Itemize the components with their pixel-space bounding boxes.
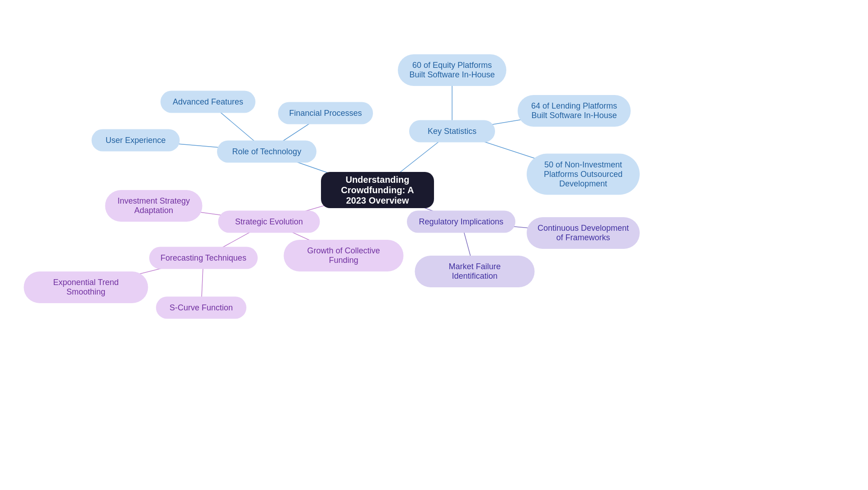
regulatory-implications-node[interactable]: Regulatory Implications [407,211,515,233]
center-node[interactable]: Understanding Crowdfunding: A 2023 Overv… [321,172,434,208]
continuous-development-node[interactable]: Continuous Development of Frameworks [527,217,640,249]
exponential-trend-node[interactable]: Exponential Trend Smoothing [24,271,148,303]
non-investment-platforms-node[interactable]: 50 of Non-Investment Platforms Outsource… [527,154,640,195]
key-statistics-node[interactable]: Key Statistics [409,120,495,143]
strategic-evolution-node[interactable]: Strategic Evolution [218,211,320,233]
equity-platforms-node[interactable]: 60 of Equity Platforms Built Software In… [398,54,506,86]
investment-strategy-node[interactable]: Investment Strategy Adaptation [105,190,203,222]
s-curve-node[interactable]: S-Curve Function [156,297,246,319]
financial-processes-node[interactable]: Financial Processes [278,102,373,124]
forecasting-techniques-node[interactable]: Forecasting Techniques [149,247,258,269]
advanced-features-node[interactable]: Advanced Features [160,91,255,113]
mind-map: Understanding Crowdfunding: A 2023 Overv… [0,0,868,490]
growth-collective-funding-node[interactable]: Growth of Collective Funding [284,240,404,271]
lending-platforms-node[interactable]: 64 of Lending Platforms Built Software I… [518,95,631,127]
market-failure-node[interactable]: Market Failure Identification [415,256,535,287]
user-experience-node[interactable]: User Experience [92,129,180,152]
role-of-technology-node[interactable]: Role of Technology [217,141,316,163]
